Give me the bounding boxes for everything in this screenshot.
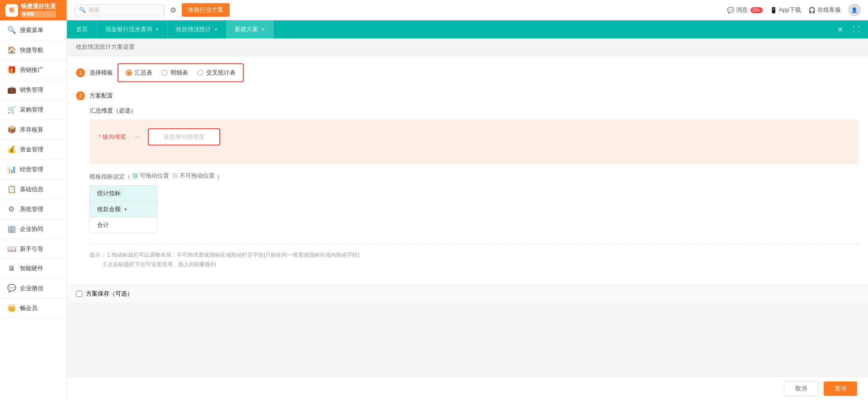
sidebar-item-label: 企业微信	[20, 284, 43, 292]
tab-bank-flow-label: 现金银行流水查询	[105, 25, 152, 33]
sidebar-item-label: 营销推广	[20, 66, 43, 74]
basic-info-icon: 📋	[7, 185, 15, 193]
tips-section: 提示： 1.拖动标题栏可以调整布局，不可跨维度或指标区域拖动栏目字段(只能在同一…	[90, 244, 859, 268]
section-num-2: 2	[76, 91, 85, 100]
download-item[interactable]: 📱 App下载	[770, 6, 801, 14]
tabs-bar: 首页 现金银行流水查询 ✕ 收款情况统计 ✕ 新建方案 ✕ ✕ ⛶	[67, 20, 868, 38]
indicator-header: 模板指标设定（ 可拖动位置 不可拖动位置 ）	[90, 172, 859, 181]
sidebar-item-label: 销售管理	[20, 86, 43, 94]
sidebar-item-guide[interactable]: 📖 新手引导	[0, 239, 66, 259]
search-menu-icon: 🔍	[7, 26, 15, 34]
sidebar-item-system[interactable]: ⚙ 系统管理	[0, 199, 66, 219]
sidebar-item-hardware[interactable]: 🖥 智能硬件	[0, 259, 66, 278]
finance-icon: 💰	[7, 145, 15, 154]
dimension-label: 汇总维度（必选）	[90, 107, 859, 115]
sidebar-item-member[interactable]: 👑 畅会员	[0, 298, 66, 318]
topbar-search[interactable]: 🔍 搜索	[74, 4, 165, 16]
dimension-placeholder[interactable]: 请选择分组维度	[148, 128, 220, 146]
dimension-area: * 纵向维度 → 请选择分组维度	[90, 119, 859, 165]
sidebar-item-quick-nav[interactable]: 🏠 快捷导航	[0, 40, 66, 60]
system-icon: ⚙	[7, 205, 15, 213]
sidebar-item-wechat[interactable]: 💬 企业微信	[0, 278, 66, 298]
tip-text-1: 1.拖动标题栏可以调整布局，不可跨维度或指标区域拖动栏目字段(只能在同一维度或指…	[107, 252, 359, 258]
sidebar-item-search-menu[interactable]: 🔍 搜索菜单	[0, 20, 66, 40]
radio-summary-circle	[126, 70, 132, 76]
tab-close-all-button[interactable]: ✕	[834, 23, 846, 36]
tip-text-2: 2.点击标题栏下拉可设置排序、插入列和删除列	[103, 261, 216, 268]
indicator-dropdown-icon[interactable]: ▾	[124, 207, 127, 212]
bottom-bar: 取消 查询	[67, 376, 868, 400]
enterprise-icon: 🏢	[7, 225, 15, 233]
sidebar-item-label: 快捷导航	[20, 46, 43, 54]
tab-close-icon[interactable]: ✕	[214, 27, 218, 33]
indicator-table: 统计指标 收款金额 ▾ 合计	[90, 185, 157, 233]
radio-detail-circle	[161, 70, 168, 76]
indicator-amount-label: 收款金额	[97, 205, 121, 213]
arrow-icon: →	[133, 133, 141, 141]
sidebar-logo-title: 畅捷通好生意	[21, 3, 56, 10]
dimension-area-container: 汇总维度（必选） * 纵向维度 → 请选择分组维度 模板指标设定（	[90, 107, 859, 268]
member-icon: 👑	[7, 304, 15, 312]
sidebar-item-operations[interactable]: 📊 经营管理	[0, 160, 66, 179]
query-button[interactable]: 查询	[824, 381, 857, 396]
radio-crosstab[interactable]: 交叉统计表	[197, 69, 236, 77]
download-icon: 📱	[770, 7, 777, 14]
sidebar-item-finance[interactable]: 💰 资金管理	[0, 140, 66, 160]
sidebar-item-inventory[interactable]: 📦 库存核算	[0, 120, 66, 140]
tab-new-plan[interactable]: 新建方案 ✕	[226, 20, 274, 38]
quick-nav-icon: 🏠	[7, 46, 15, 54]
sidebar-item-label: 企业协同	[20, 225, 43, 233]
topbar-right: 💬 消息 99+ 📱 App下载 🎧 在线客服 👤	[727, 4, 861, 16]
sidebar-item-purchase[interactable]: 🛒 采购管理	[0, 100, 66, 120]
tab-expand-button[interactable]: ⛶	[850, 23, 863, 36]
notification-label: 消息	[736, 6, 748, 14]
radio-summary[interactable]: 汇总表	[126, 69, 152, 77]
tab-bank-flow[interactable]: 现金银行流水查询 ✕	[97, 20, 168, 38]
sales-icon: 💼	[7, 85, 15, 94]
tab-close-icon[interactable]: ✕	[155, 27, 159, 33]
wechat-icon: 💬	[7, 284, 15, 292]
sidebar-item-enterprise[interactable]: 🏢 企业协同	[0, 219, 66, 239]
indicator-total-label: 合计	[97, 221, 109, 228]
tab-home[interactable]: 首页	[67, 20, 97, 38]
inventory-icon: 📦	[7, 125, 15, 134]
cancel-button[interactable]: 取消	[784, 381, 818, 396]
tab-receipts-stats[interactable]: 收款情况统计 ✕	[168, 20, 226, 38]
tab-close-icon[interactable]: ✕	[261, 27, 265, 33]
user-avatar[interactable]: 👤	[848, 4, 861, 16]
config-section-header: 2 方案配置	[76, 91, 859, 100]
template-section-header: 1 选择模板 汇总表 明细表	[76, 63, 859, 82]
save-plan-checkbox[interactable]	[76, 291, 82, 297]
indicator-row-amount[interactable]: 收款金额 ▾	[90, 202, 157, 217]
sidebar-item-basic-info[interactable]: 📋 基础信息	[0, 179, 66, 199]
settings-icon[interactable]: ⚙	[170, 6, 176, 14]
tabs-right-actions: ✕ ⛶	[834, 23, 868, 36]
sidebar-item-marketing[interactable]: 🎁 营销推广	[0, 60, 66, 80]
trial-button[interactable]: 体验行业方案	[182, 3, 230, 17]
search-placeholder-text: 搜索	[89, 6, 99, 14]
indicator-table-header: 统计指标	[90, 186, 157, 202]
radio-summary-label: 汇总表	[135, 69, 152, 77]
sidebar-item-sales[interactable]: 💼 销售管理	[0, 80, 66, 100]
fixed-legend-dot	[172, 173, 178, 179]
save-plan-label: 方案保存（可选）	[86, 290, 133, 298]
radio-detail-label: 明细表	[170, 69, 188, 77]
template-section: 1 选择模板 汇总表 明细表	[76, 63, 859, 82]
purchase-icon: 🛒	[7, 105, 15, 114]
radio-detail[interactable]: 明细表	[161, 69, 188, 77]
sidebar-item-label: 资金管理	[20, 146, 43, 154]
marketing-icon: 🎁	[7, 66, 15, 74]
row-dimension-label: * 纵向维度	[99, 133, 126, 141]
support-item[interactable]: 🎧 在线客服	[808, 6, 841, 14]
guide-icon: 📖	[7, 245, 15, 253]
sidebar: 畅 畅捷通好生意 标准版 🔍 搜索菜单 🏠 快捷导航 🎁 营销推广 💼 销售管理…	[0, 0, 67, 400]
tab-home-label: 首页	[76, 25, 88, 33]
notification-item[interactable]: 💬 消息 99+	[727, 6, 763, 14]
indicator-settings-label: 模板指标设定（ 可拖动位置 不可拖动位置 ）	[90, 172, 222, 181]
topbar: 🔍 搜索 ⚙ 体验行业方案 💬 消息 99+ 📱 App下载 🎧 在线客服 👤	[67, 0, 868, 20]
tips-title: 提示：	[90, 252, 106, 258]
sidebar-item-label: 畅会员	[20, 304, 38, 312]
sidebar-logo: 畅 畅捷通好生意 标准版	[0, 0, 66, 20]
indicator-row-total: 合计	[90, 217, 157, 233]
sidebar-item-label: 采购管理	[20, 106, 43, 114]
